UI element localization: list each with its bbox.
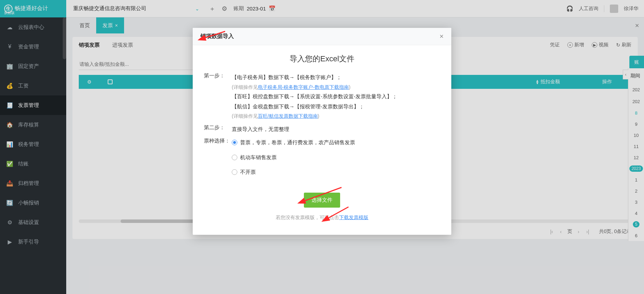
step-1: 第一步： 【电子税务局】数据下载→【税务数字账户】； (详细操作见电子税务局-税… <box>204 72 440 121</box>
radio-label: 普票，专票，卷票，通行费发票，农产品销售发票 <box>240 138 355 148</box>
radio-icon <box>232 140 237 145</box>
import-modal: 销项数据导入 × 导入您的Excel文件 第一步： 【电子税务局】数据下载→【税… <box>193 28 451 235</box>
step2-text: 直接导入文件，无需整理 <box>232 124 440 134</box>
modal-body: 导入您的Excel文件 第一步： 【电子税务局】数据下载→【税务数字账户】； (… <box>193 45 451 235</box>
guide-link-bwhx[interactable]: 百旺/航信发票数据下载指南 <box>258 113 318 119</box>
radio-label: 不开票 <box>240 167 256 177</box>
guide-link-tax[interactable]: 电子税务局-税务数字账户-数电票下载指南 <box>258 84 349 90</box>
type-select-row: 票种选择： 普票，专票，卷票，通行费发票，农产品销售发票 机动车销售发票 不开票 <box>204 138 440 182</box>
step1-line2: 【百旺】税控盘数据下载→【系统设置-系统参数设置-发票批量导入】； <box>232 92 440 102</box>
select-file-button[interactable]: 选择文件 <box>304 193 340 208</box>
radio-option-1[interactable]: 普票，专票，卷票，通行费发票，农产品销售发票 <box>232 138 440 148</box>
step1-line1: 【电子税务局】数据下载→【税务数字账户】； <box>232 72 440 83</box>
step2-label: 第二步： <box>204 124 232 131</box>
close-icon[interactable]: × <box>439 32 444 40</box>
radio-icon <box>232 169 237 175</box>
type-label: 票种选择： <box>204 138 232 144</box>
modal-heading: 导入您的Excel文件 <box>204 54 440 64</box>
step1-line3: 【航信】金税盘数据下载→【报税管理-发票数据导出】； <box>232 102 440 112</box>
download-template-link[interactable]: 下载发票模版 <box>339 215 368 220</box>
radio-label: 机动车销售发票 <box>240 153 277 163</box>
radio-icon <box>232 155 237 160</box>
radio-option-2[interactable]: 机动车销售发票 <box>232 153 440 163</box>
modal-title: 销项数据导入 <box>200 33 234 40</box>
type-options: 普票，专票，卷票，通行费发票，农产品销售发票 机动车销售发票 不开票 <box>232 138 440 182</box>
step1-label: 第一步： <box>204 72 232 79</box>
step1-content: 【电子税务局】数据下载→【税务数字账户】； (详细操作见电子税务局-税务数字账户… <box>232 72 440 121</box>
modal-header: 销项数据导入 × <box>193 28 451 45</box>
modal-footer-text: 若您没有发票模版，可以点击下载发票模版 <box>204 215 440 221</box>
step1-sub1: (详细操作见电子税务局-税务数字账户-数电票下载指南) <box>232 83 440 92</box>
step1-sub2: (详细操作见百旺/航信发票数据下载指南) <box>232 111 440 121</box>
radio-option-3[interactable]: 不开票 <box>232 167 440 177</box>
step-2: 第二步： 直接导入文件，无需整理 <box>204 124 440 134</box>
